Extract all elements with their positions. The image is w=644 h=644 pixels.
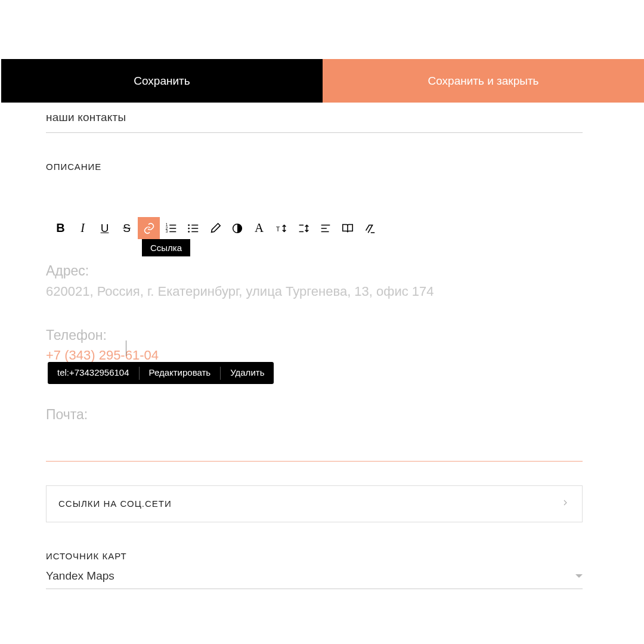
align-button[interactable]	[314, 217, 336, 239]
link-edit-button[interactable]: Редактировать	[139, 367, 221, 380]
title-value: наши контакты	[46, 111, 126, 123]
editor-border	[46, 461, 583, 462]
ordered-list-icon: 123	[165, 222, 178, 235]
strike-icon: S	[123, 222, 131, 235]
color-picker-icon	[209, 222, 222, 235]
editor-toolbar: B I U S 123 A T	[49, 217, 583, 239]
save-close-button-label: Сохранить и закрыть	[428, 75, 538, 88]
svg-text:3: 3	[165, 229, 168, 233]
link-url[interactable]: tel:+73432956104	[48, 367, 139, 380]
font-size-button[interactable]: T	[270, 217, 292, 239]
address-label: Адрес:	[46, 261, 583, 281]
address-value: 620021, Россия, г. Екатеринбург, улица Т…	[46, 281, 583, 301]
link-icon	[143, 222, 156, 235]
color-button[interactable]	[204, 217, 226, 239]
save-close-button[interactable]: Сохранить и закрыть	[323, 59, 644, 103]
title-input[interactable]: наши контакты	[46, 103, 583, 133]
italic-button[interactable]: I	[72, 217, 94, 239]
underline-icon: U	[101, 222, 109, 235]
bg-color-button[interactable]	[226, 217, 248, 239]
save-button-label: Сохранить	[134, 75, 190, 88]
bullet-list-button[interactable]	[182, 217, 204, 239]
underline-button[interactable]: U	[94, 217, 116, 239]
font-icon: A	[255, 221, 264, 236]
link-tooltip: Ссылка	[142, 239, 190, 256]
map-source-select[interactable]: Yandex Maps	[46, 569, 583, 589]
svg-text:T: T	[275, 225, 280, 232]
link-delete-button[interactable]: Удалить	[220, 367, 274, 380]
save-button[interactable]: Сохранить	[1, 59, 323, 103]
book-button[interactable]	[336, 217, 358, 239]
italic-icon: I	[80, 221, 85, 235]
text-caret	[126, 340, 126, 356]
align-icon	[319, 222, 332, 235]
map-source-label: ИСТОЧНИК КАРТ	[46, 551, 583, 561]
bold-icon: B	[56, 221, 64, 235]
mail-label: Почта:	[46, 404, 583, 425]
phone-label: Телефон:	[46, 325, 583, 346]
link-popover: tel:+73432956104 Редактировать Удалить	[48, 362, 274, 384]
editor-area[interactable]: Адрес: 620021, Россия, г. Екатеринбург, …	[46, 261, 583, 425]
social-links-accordion[interactable]: ССЫЛКИ НА СОЦ.СЕТИ	[46, 485, 583, 522]
contrast-icon	[231, 222, 244, 235]
ordered-list-button[interactable]: 123	[160, 217, 182, 239]
link-button[interactable]	[138, 217, 160, 239]
chevron-right-icon	[561, 498, 570, 509]
description-label: ОПИСАНИЕ	[46, 162, 583, 172]
line-height-icon	[297, 222, 310, 235]
social-links-label: ССЫЛКИ НА СОЦ.СЕТИ	[58, 499, 172, 509]
book-icon	[341, 222, 354, 235]
line-height-button[interactable]	[292, 217, 314, 239]
text-size-icon: T	[275, 222, 288, 235]
svg-point-3	[188, 224, 190, 226]
bold-button[interactable]: B	[49, 217, 72, 239]
clear-format-icon	[363, 222, 376, 235]
clear-format-button[interactable]	[358, 217, 380, 239]
svg-point-4	[188, 227, 190, 229]
strike-button[interactable]: S	[116, 217, 138, 239]
bullet-list-icon	[187, 222, 200, 235]
font-button[interactable]: A	[248, 217, 270, 239]
svg-point-5	[188, 231, 190, 233]
map-source-value: Yandex Maps	[46, 569, 114, 583]
dropdown-icon	[575, 574, 583, 578]
